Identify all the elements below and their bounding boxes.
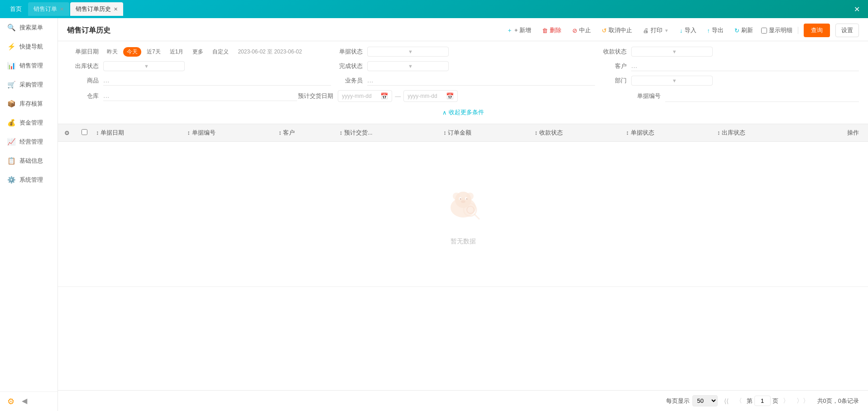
query-button[interactable]: 查询 [804,24,830,37]
stop-button[interactable]: ⊘ 中止 [570,24,594,36]
first-page-button[interactable]: ⟨⟨ [721,396,731,406]
print-icon: 🖨 [643,27,649,34]
delete-button[interactable]: 🗑 删除 [539,24,564,36]
doc-status-label: 单据状态 [331,48,367,56]
sidebar-item-finance[interactable]: 💰 资金管理 [0,113,58,132]
per-page-label: 每页显示 [666,397,690,405]
date-btn-7days[interactable]: 近7天 [143,47,164,57]
th-doc-number-label: ↕ 单据编号 [187,129,216,136]
filter-row-4: 仓库 ... 预计交货日期 yyyy-mm-dd 📅 — yyyy-mm-dd … [67,90,859,102]
print-button[interactable]: 🖨 打印 ▼ [640,24,671,36]
warehouse-label: 仓库 [67,92,103,100]
tab-home[interactable]: 首页 [5,2,27,16]
customer-dots[interactable]: ... [631,62,637,70]
date-btn-today[interactable]: 今天 [123,47,141,57]
quick-nav-icon: ⚡ [7,43,16,51]
goods-label: 商品 [67,77,103,85]
window-close-button[interactable]: ✕ [850,3,863,15]
date-btn-yesterday[interactable]: 昨天 [103,47,121,57]
th-doc-number[interactable]: ↕ 单据编号 [184,124,275,142]
th-checkbox[interactable] [76,124,92,142]
th-out-status[interactable]: ↕ 出库状态 [714,124,805,142]
total-info: 共0页，0条记录 [817,397,859,405]
last-page-button[interactable]: 〉〉 [794,396,812,406]
delivery-date-start-input[interactable]: yyyy-mm-dd 📅 [338,90,392,102]
sidebar-item-inventory[interactable]: 📦 库存核算 [0,94,58,113]
complete-status-label: 完成状态 [331,62,367,70]
delivery-date-end-input[interactable]: yyyy-mm-dd 📅 [403,90,458,102]
tab-sales-order-history[interactable]: 销售订单历史 ✕ [70,2,123,16]
sidebar-settings-icon[interactable]: ⚙ [7,396,14,406]
goods-dots[interactable]: ... [103,76,109,84]
refresh-label: 刷新 [741,26,753,34]
per-page-control: 每页显示 10 20 50 100 [666,395,718,406]
date-selector: 昨天 今天 近7天 近1月 更多 自定义 2023-06-02 至 2023-0… [103,47,302,57]
delete-label: 删除 [550,26,561,34]
tab-sales-order[interactable]: 销售订单 ✕ [28,2,69,16]
th-customer[interactable]: ↕ 客户 [275,124,336,142]
date-value: 昨天 今天 近7天 近1月 更多 自定义 2023-06-02 至 2023-0… [103,47,331,57]
prev-page-button[interactable]: 〈 [733,396,745,406]
out-status-label: 出库状态 [67,62,103,70]
th-order-amount-label: ↕ 订单金额 [443,129,471,136]
out-status-select[interactable]: ▼ [103,61,185,71]
print-label: 打印 [651,26,662,34]
sidebar-collapse-icon[interactable]: ◀ [22,396,27,406]
tab-sales-order-history-label: 销售订单历史 [76,5,111,13]
refresh-button[interactable]: ↻ 刷新 [732,24,756,36]
import-button[interactable]: ↓ 导入 [677,24,699,36]
warehouse-dots[interactable]: ... [103,92,109,100]
settings-button[interactable]: 设置 [835,24,859,37]
date-btn-1month[interactable]: 近1月 [166,47,187,57]
sidebar-item-quick-nav[interactable]: ⚡ 快捷导航 [0,37,58,56]
receipt-status-select[interactable]: ▼ [631,47,713,57]
complete-status-select[interactable]: ▼ [367,61,449,71]
export-button[interactable]: ↑ 导出 [705,24,727,36]
sidebar-item-finance-label: 资金管理 [19,119,43,127]
display-detail-label[interactable]: 显示明细 [761,26,792,34]
select-all-checkbox[interactable] [82,129,87,135]
complete-status-arrow: ▼ [408,63,445,69]
date-btn-custom[interactable]: 自定义 [209,47,232,57]
sidebar-item-inventory-label: 库存核算 [19,100,43,108]
th-receipt-status[interactable]: ↕ 收款状态 [531,124,623,142]
sidebar-item-basic-info[interactable]: 📋 基础信息 [0,151,58,170]
receipt-status-label: 收款状态 [595,48,631,56]
toolbar: ＋ + 新增 🗑 删除 ⊘ 中止 ↺ 取消中止 🖨 打印 [504,24,859,37]
sidebar-item-search-menu[interactable]: 🔍 搜索菜单 [0,18,58,37]
toolbar-divider [798,27,798,34]
svg-point-4 [460,198,461,200]
sidebar-item-sys-mgmt[interactable]: ⚙️ 系统管理 [0,170,58,189]
sales-mgmt-icon: 📊 [7,62,16,70]
doc-number-input[interactable] [665,90,859,101]
sidebar-item-purchase-mgmt[interactable]: 🛒 采购管理 [0,75,58,94]
customer-label: 客户 [595,62,631,70]
th-delivery-date[interactable]: ↕ 预计交货... [336,124,440,142]
th-doc-status[interactable]: ↕ 单据状态 [622,124,714,142]
chevron-up-icon: ∧ [442,109,447,116]
per-page-select[interactable]: 10 20 50 100 [692,395,718,406]
salesperson-dots[interactable]: ... [367,76,373,84]
tab-sales-order-close[interactable]: ✕ [60,6,64,12]
next-page-button[interactable]: 〉 [780,396,792,406]
new-button[interactable]: ＋ + 新增 [504,24,534,36]
doc-status-select[interactable]: ▼ [367,47,449,57]
display-detail-checkbox[interactable] [761,28,767,34]
sidebar-item-sales-mgmt[interactable]: 📊 销售管理 [0,56,58,75]
date-btn-more[interactable]: 更多 [189,47,207,57]
sidebar-item-operations[interactable]: 📈 经营管理 [0,132,58,151]
import-icon: ↓ [680,27,683,34]
th-order-amount[interactable]: ↕ 订单金额 [440,124,531,142]
collapse-button[interactable]: ∧ 收起更多条件 [67,106,859,118]
th-out-status-label: ↕ 出库状态 [717,129,745,136]
empty-icon [441,183,486,232]
th-doc-date[interactable]: ↕ 单据日期 [92,124,184,142]
cancel-stop-button[interactable]: ↺ 取消中止 [599,24,635,36]
th-settings[interactable]: ⚙ [58,124,76,142]
page-number-input[interactable] [754,396,771,406]
department-select[interactable]: ▼ [631,76,713,86]
svg-line-10 [475,214,479,219]
page-suffix: 页 [772,397,778,405]
sidebar-bottom: ⚙ ◀ [0,392,58,411]
tab-sales-order-history-close[interactable]: ✕ [114,6,118,12]
